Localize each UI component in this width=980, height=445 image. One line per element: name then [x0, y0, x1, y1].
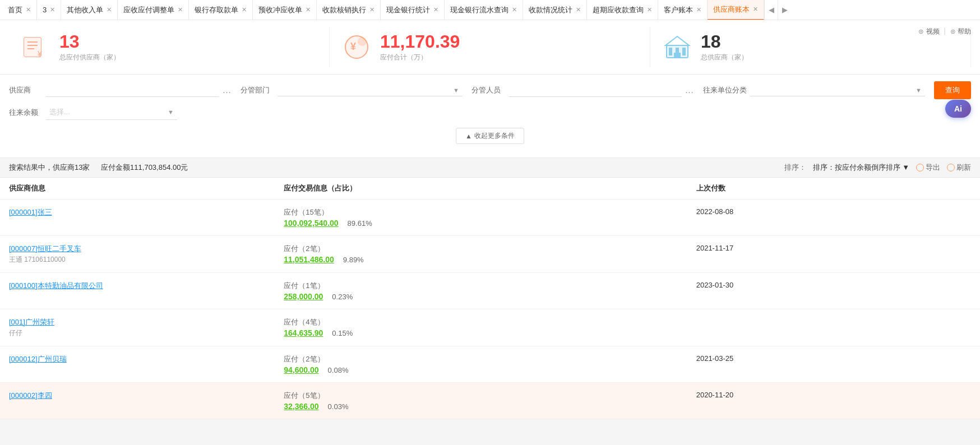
tx-percent-0: 89.61% — [348, 219, 372, 228]
ap-suppliers-text: 13 总应付供应商（家） — [59, 33, 120, 62]
supplier-link-2[interactable]: [000100]本特勤油品有限公司 — [9, 281, 284, 291]
nav-tab-overdue-ar-close[interactable]: ✕ — [647, 6, 652, 13]
ai-area: Ai — [945, 100, 971, 118]
filter-row-2: 往来余额 选择... ▼ — [9, 105, 971, 120]
tx-row-1: 11,051,486.00 9.89% — [284, 254, 696, 264]
tx-amount-4[interactable]: 94,600.00 — [284, 365, 318, 374]
collapse-button[interactable]: ▲ 收起更多条件 — [456, 128, 524, 144]
nav-tab-home[interactable]: 首页 ✕ — [2, 0, 37, 20]
nav-tab-cash-bank-stat-close[interactable]: ✕ — [433, 6, 438, 13]
supplier-link-5[interactable]: [000002]李四 — [9, 391, 284, 401]
supplier-link-4[interactable]: [000012]广州贝瑞 — [9, 354, 284, 364]
tx-amount-1[interactable]: 11,051,486.00 — [284, 255, 334, 264]
nav-tab-other-income[interactable]: 其他收入单 ✕ — [61, 0, 118, 20]
tx-percent-1: 9.89% — [343, 256, 364, 264]
nav-tab-home-close[interactable]: ✕ — [26, 6, 31, 13]
nav-tab-supplier-ledger-close[interactable]: ✕ — [753, 6, 758, 13]
tx-percent-2: 0.23% — [332, 293, 353, 301]
person-filter-item: 分管人员 … — [471, 84, 694, 97]
summary-bar: ¥ 13 总应付供应商（家） ¥ 11,170.39 应付合计（万） — [0, 20, 980, 75]
results-bar: 搜索结果中，供应商13家 应付金额111,703,854.00元 排序： 排序：… — [0, 158, 980, 178]
supplier-filter-input[interactable] — [46, 84, 219, 97]
export-icon — [916, 164, 924, 171]
nav-tab-collection-stat[interactable]: 收款情况统计 ✕ — [523, 0, 587, 20]
collapse-up-icon: ▲ — [465, 132, 472, 140]
supplier-cell-0: [000001]张三 — [9, 207, 284, 228]
top-navigation: 首页 ✕ 3 ✕ 其他收入单 ✕ 应收应付调整单 ✕ 银行存取款单 ✕ 预收冲应… — [0, 0, 980, 20]
nav-tab-ar-ap-adjust-label: 应收应付调整单 — [123, 5, 174, 15]
results-info: 搜索结果中，供应商13家 应付金额111,703,854.00元 — [9, 163, 197, 173]
col-header-supplier: 供应商信息 — [9, 183, 284, 193]
nav-tab-ar-ap-adjust[interactable]: 应收应付调整单 ✕ — [118, 0, 189, 20]
nav-tab-other-income-close[interactable]: ✕ — [107, 6, 112, 13]
tx-amount-2[interactable]: 258,000.00 — [284, 292, 323, 301]
balance-filter-select[interactable]: 选择... ▼ — [46, 105, 177, 120]
person-filter-dots[interactable]: … — [685, 85, 694, 95]
query-button[interactable]: 查询 — [934, 81, 971, 99]
help-link[interactable]: ⊙ 帮助 — [950, 27, 971, 36]
supplier-filter-dots[interactable]: … — [223, 85, 232, 95]
supplier-link-0[interactable]: [000001]张三 — [9, 207, 284, 217]
ap-amount-text: 11,170.39 应付合计（万） — [380, 33, 460, 62]
nav-tab-supplier-ledger-label: 供应商账本 — [713, 4, 750, 15]
summary-card-ap-suppliers: ¥ 13 总应付供应商（家） — [9, 27, 330, 67]
nav-tab-bank-deposit-close[interactable]: ✕ — [242, 6, 247, 13]
export-button[interactable]: 导出 — [916, 163, 940, 173]
refresh-button[interactable]: 刷新 — [947, 163, 971, 173]
nav-tab-bank-deposit[interactable]: 银行存取款单 ✕ — [189, 0, 253, 20]
supplier-link-3[interactable]: [001]广州荣轩 — [9, 317, 284, 327]
dept-filter-select[interactable]: ▼ — [278, 85, 463, 96]
export-label: 导出 — [926, 163, 940, 173]
tx-row-2: 258,000.00 0.23% — [284, 291, 696, 301]
last-pay-cell-1: 2021-11-17 — [696, 244, 971, 265]
nav-tab-customer-ledger-close[interactable]: ✕ — [696, 6, 701, 13]
nav-tab-cash-bank-flow-label: 现金银行流水查询 — [450, 5, 509, 15]
svg-text:¥: ¥ — [37, 49, 42, 58]
ap-suppliers-label: 总应付供应商（家） — [59, 53, 120, 62]
video-link[interactable]: ⊙ 视频 — [918, 27, 939, 36]
supplier-link-1[interactable]: [000007]恒旺二手叉车 — [9, 244, 284, 254]
supplier-cell-1: [000007]恒旺二手叉车 王通 17106110000 — [9, 244, 284, 265]
nav-tab-collection-exec-close[interactable]: ✕ — [369, 6, 375, 13]
tx-amount-5[interactable]: 32,366.00 — [284, 402, 318, 411]
tx-label-1: 应付（2笔） — [284, 244, 696, 254]
nav-tab-collection-exec-label: 收款核销执行 — [322, 5, 366, 15]
nav-tab-other-income-label: 其他收入单 — [67, 5, 103, 15]
supplier-cell-5: [000002]李四 — [9, 391, 284, 411]
nav-tab-cash-bank-flow-close[interactable]: ✕ — [512, 6, 517, 13]
person-filter-input[interactable] — [509, 84, 682, 97]
nav-arrow-left[interactable]: ◀ — [764, 0, 778, 20]
nav-tab-collection-stat-close[interactable]: ✕ — [576, 6, 581, 13]
nav-tab-overdue-ar[interactable]: 超期应收款查询 ✕ — [587, 0, 658, 20]
nav-tab-prepay-offset-close[interactable]: ✕ — [306, 6, 311, 13]
balance-filter-label: 往来余额 — [9, 108, 43, 118]
table-row: [000100]本特勤油品有限公司 应付（1笔） 258,000.00 0.23… — [0, 273, 980, 309]
nav-tab-prepay-offset[interactable]: 预收冲应收单 ✕ — [253, 0, 317, 20]
tx-amount-0[interactable]: 100,092,540.00 — [284, 219, 338, 228]
sort-label-text: 排序： — [784, 163, 806, 173]
nav-tab-3-close[interactable]: ✕ — [50, 6, 55, 13]
nav-tab-customer-ledger[interactable]: 客户账本 ✕ — [658, 0, 708, 20]
filter-row-1: 供应商 … 分管部门 ▼ 分管人员 … 往来单位分类 — [9, 81, 971, 99]
transaction-cell-1: 应付（2笔） 11,051,486.00 9.89% — [284, 244, 696, 265]
refresh-label: 刷新 — [956, 163, 971, 173]
nav-tab-3[interactable]: 3 ✕ — [37, 0, 61, 20]
refresh-icon — [947, 164, 955, 171]
ai-button[interactable]: Ai — [945, 100, 971, 118]
nav-tab-collection-exec[interactable]: 收款核销执行 ✕ — [317, 0, 381, 20]
category-filter-select[interactable]: ▼ — [750, 85, 926, 96]
last-pay-value-1: 2021-11-17 — [696, 244, 734, 252]
nav-arrow-right[interactable]: ▶ — [778, 0, 791, 20]
video-icon: ⊙ — [918, 27, 924, 35]
nav-tab-supplier-ledger[interactable]: 供应商账本 ✕ — [708, 0, 764, 20]
last-pay-cell-0: 2022-08-08 — [696, 207, 971, 228]
tx-amount-3[interactable]: 164,635.90 — [284, 328, 323, 337]
nav-tab-ar-ap-adjust-close[interactable]: ✕ — [178, 6, 183, 13]
col-header-transaction: 应付交易信息（占比） — [284, 183, 696, 193]
ap-suppliers-number: 13 — [59, 33, 120, 50]
supplier-sub-1: 王通 17106110000 — [9, 255, 284, 265]
nav-tab-cash-bank-flow[interactable]: 现金银行流水查询 ✕ — [445, 0, 523, 20]
nav-tab-cash-bank-stat[interactable]: 现金银行统计 ✕ — [381, 0, 445, 20]
sort-select[interactable]: 排序：按应付余额倒序排序 ▼ — [813, 163, 910, 173]
transaction-cell-0: 应付（15笔） 100,092,540.00 89.61% — [284, 207, 696, 228]
